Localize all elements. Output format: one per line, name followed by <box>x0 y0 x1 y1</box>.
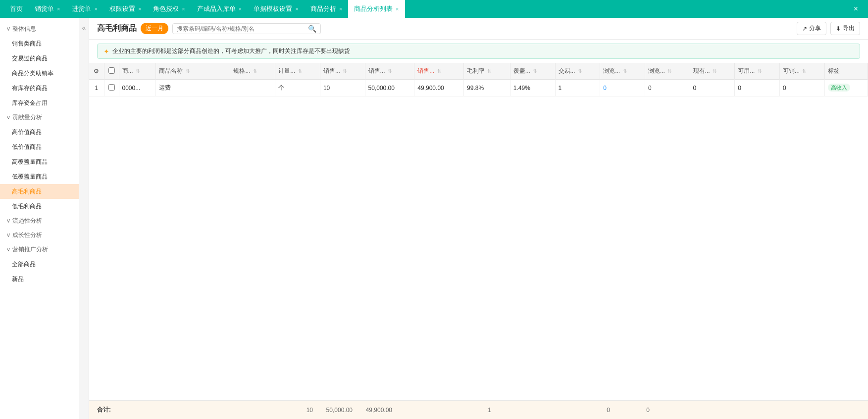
cell-tag: 高收入 <box>824 80 868 96</box>
close-template-tab[interactable]: × <box>295 6 298 12</box>
sort-coverage-icon: ⇅ <box>533 68 537 74</box>
cell-coverage: 1.49% <box>510 80 555 96</box>
sort-margin-icon: ⇅ <box>487 68 491 74</box>
col-margin[interactable]: 毛利率 ⇅ <box>464 63 511 80</box>
sidebar-group-trend-label: ∨ 流趋性分析 <box>6 217 42 225</box>
page-title: 高毛利商品 <box>97 23 137 34</box>
search-input[interactable] <box>177 25 308 32</box>
filter-recent-month-btn[interactable]: 近一月 <box>141 23 168 34</box>
browse1-link[interactable]: 0 <box>603 85 607 92</box>
content-header: 高毛利商品 近一月 🔍 ↗ 分享 ⬇ 导出 <box>89 18 868 40</box>
nav-analysis-list[interactable]: 商品分析列表 × <box>348 0 405 18</box>
sort-name-icon: ⇅ <box>186 68 190 74</box>
sidebar-item-all-products[interactable]: 全部商品 <box>0 257 79 272</box>
sort-browse1-icon: ⇅ <box>623 68 627 74</box>
sidebar-collapse-btn[interactable]: « <box>79 18 89 419</box>
sort-sales-qty-icon: ⇅ <box>343 68 347 74</box>
export-btn[interactable]: ⬇ 导出 <box>830 22 860 35</box>
footer-label: 合计: <box>97 406 111 414</box>
close-sales-tab[interactable]: × <box>57 6 60 12</box>
nav-template[interactable]: 单据模板设置 × <box>248 0 304 18</box>
search-icon[interactable]: 🔍 <box>308 25 316 33</box>
select-all-checkbox[interactable] <box>108 67 115 74</box>
tag-high-income: 高收入 <box>828 84 850 92</box>
footer-current-stock: 0 <box>574 407 614 414</box>
sidebar-group-overall-label: ∨ 整体信息 <box>6 25 36 33</box>
nav-inbound[interactable]: 产成品入库单 × <box>191 0 248 18</box>
nav-purchase[interactable]: 进货单 × <box>66 0 103 18</box>
sort-transactions-icon: ⇅ <box>578 68 582 74</box>
nav-analysis[interactable]: 商品分析 × <box>305 0 348 18</box>
cell-code: 0000... <box>119 80 156 96</box>
col-code[interactable]: 商... ⇅ <box>119 63 156 80</box>
col-sales-profit[interactable]: 销售... ⇅ <box>414 63 464 80</box>
close-purchase-tab[interactable]: × <box>94 6 97 12</box>
cell-sales-qty: 10 <box>320 80 365 96</box>
row-checkbox[interactable] <box>108 84 115 91</box>
sidebar-item-category-rate[interactable]: 商品分类助销率 <box>0 66 79 81</box>
close-permission-tab[interactable]: × <box>138 6 141 12</box>
col-transactions[interactable]: 交易... ⇅ <box>555 63 600 80</box>
cell-unit: 个 <box>275 80 320 96</box>
close-role-tab[interactable]: × <box>182 6 185 12</box>
sidebar-group-growth[interactable]: ∨ 成长性分析 <box>0 228 79 242</box>
cell-transactions: 1 <box>555 80 600 96</box>
sort-browse2-icon: ⇅ <box>667 68 671 74</box>
col-tag: 标签 <box>824 63 868 80</box>
info-text: 企业的主要的利润都是这部分商品创造的，可考虑加大推广，同时关注库存是不要出现缺货 <box>112 47 350 55</box>
sort-spec-icon: ⇅ <box>253 68 257 74</box>
top-nav: 首页 销货单 × 进货单 × 权限设置 × 角色授权 × 产成品入库单 × 单据… <box>0 0 868 18</box>
table-container[interactable]: ⚙ 商... ⇅ 商品名称 ⇅ 规格... ⇅ 计量... ⇅ 销售... ⇅ … <box>89 63 868 419</box>
col-sales-amount[interactable]: 销售... ⇅ <box>365 63 414 80</box>
col-browse1[interactable]: 浏览... ⇅ <box>600 63 645 80</box>
nav-sales[interactable]: 销货单 × <box>29 0 66 18</box>
nav-permission[interactable]: 权限设置 × <box>103 0 147 18</box>
cell-spec <box>230 80 275 96</box>
sidebar-group-trend[interactable]: ∨ 流趋性分析 <box>0 214 79 228</box>
col-sales-qty[interactable]: 销售... ⇅ <box>320 63 365 80</box>
nav-role[interactable]: 角色授权 × <box>147 0 191 18</box>
close-analysis-tab[interactable]: × <box>339 6 342 12</box>
sidebar-item-sales-products[interactable]: 销售类商品 <box>0 36 79 51</box>
sort-sales-amount-icon: ⇅ <box>388 68 392 74</box>
col-unit[interactable]: 计量... ⇅ <box>275 63 320 80</box>
sidebar-item-traded-products[interactable]: 交易过的商品 <box>0 51 79 66</box>
sidebar-item-in-stock[interactable]: 有库存的商品 <box>0 81 79 95</box>
content-area: 高毛利商品 近一月 🔍 ↗ 分享 ⬇ 导出 ✦ 企业的主要的利润都是这部分商品创… <box>89 18 868 419</box>
footer-available: 0 <box>614 407 654 414</box>
cell-available: 0 <box>735 80 780 96</box>
col-current-stock[interactable]: 现有... ⇅ <box>690 63 735 80</box>
sidebar-item-stock-capital[interactable]: 库存资金占用 <box>0 95 79 110</box>
search-box: 🔍 <box>172 23 321 34</box>
sidebar-group-marketing[interactable]: ∨ 营销推广分析 <box>0 242 79 257</box>
sidebar-item-high-coverage[interactable]: 高覆盖量商品 <box>0 154 79 169</box>
close-inbound-tab[interactable]: × <box>239 6 242 12</box>
sidebar-item-new-products[interactable]: 新品 <box>0 272 79 286</box>
sidebar-group-contribution[interactable]: ∨ 贡献量分析 <box>0 110 79 125</box>
sort-current-stock-icon: ⇅ <box>713 68 716 74</box>
col-available[interactable]: 可用... ⇅ <box>735 63 780 80</box>
cell-name: 运费 <box>156 80 230 96</box>
share-btn[interactable]: ↗ 分享 <box>797 22 826 35</box>
col-settings[interactable]: ⚙ <box>89 63 104 80</box>
sidebar-item-high-margin[interactable]: 高毛利商品 <box>0 184 79 199</box>
sidebar-item-low-value[interactable]: 低价值商品 <box>0 140 79 154</box>
cell-current-stock: 0 <box>690 80 735 96</box>
sidebar-item-low-coverage[interactable]: 低覆盖量商品 <box>0 169 79 184</box>
close-window-btn[interactable]: × <box>848 4 864 13</box>
col-checkbox[interactable] <box>104 63 119 80</box>
sidebar-item-low-margin[interactable]: 低毛利商品 <box>0 199 79 214</box>
col-sellable[interactable]: 可销... ⇅ <box>780 63 825 80</box>
col-coverage[interactable]: 覆盖... ⇅ <box>510 63 555 80</box>
nav-home[interactable]: 首页 <box>4 0 29 18</box>
share-icon: ↗ <box>802 25 807 32</box>
col-spec[interactable]: 规格... ⇅ <box>230 63 275 80</box>
export-icon: ⬇ <box>836 25 841 32</box>
cell-checkbox[interactable] <box>104 80 119 96</box>
sidebar-group-overall[interactable]: ∨ 整体信息 <box>0 22 79 36</box>
col-browse2[interactable]: 浏览... ⇅ <box>645 63 690 80</box>
close-analysis-list-tab[interactable]: × <box>396 6 399 12</box>
col-name[interactable]: 商品名称 ⇅ <box>156 63 230 80</box>
cell-browse1[interactable]: 0 <box>600 80 645 96</box>
sidebar-item-high-value[interactable]: 高价值商品 <box>0 125 79 140</box>
